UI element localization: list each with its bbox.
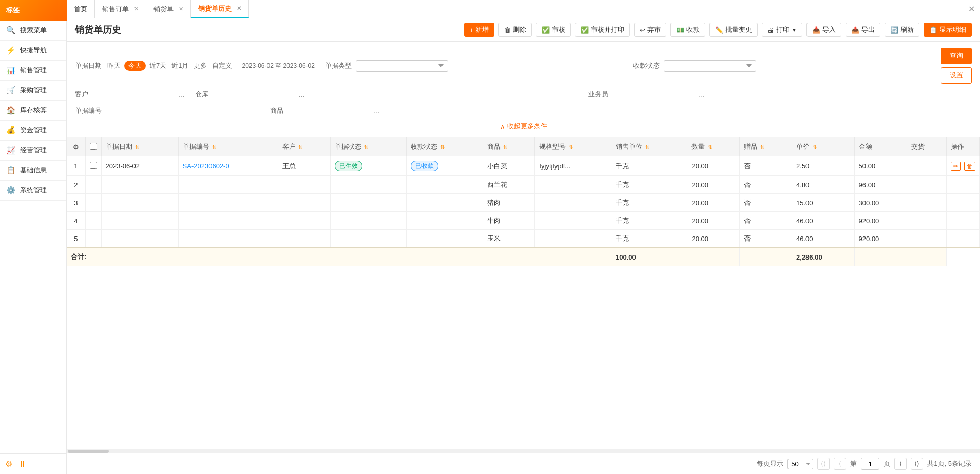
shortcut-7days[interactable]: 近7天 xyxy=(148,61,168,71)
new-button[interactable]: + 新增 xyxy=(464,23,495,37)
export-icon: 📤 xyxy=(851,26,859,34)
th-checkbox[interactable] xyxy=(85,137,101,156)
th-paystatus[interactable]: 收款状态 ⇅ xyxy=(407,137,483,156)
warehouse-input[interactable] xyxy=(213,89,295,100)
action-btn-1[interactable]: 🗑 xyxy=(964,162,975,171)
salesperson-ellipsis[interactable]: ... xyxy=(699,90,705,98)
tab-sales-history[interactable]: 销货单历史 ✕ xyxy=(191,0,249,18)
first-page-button[interactable]: ⟨⟨ xyxy=(817,458,830,470)
cell-docno-3 xyxy=(178,212,278,230)
cell-docno-0[interactable]: SA-20230602-0 xyxy=(178,156,278,176)
cell-seq-4: 5 xyxy=(67,230,85,248)
table-container[interactable]: ⚙ 单据日期 ⇅ 单据编号 ⇅ 客户 ⇅ xyxy=(67,137,980,449)
product-ellipsis[interactable]: ... xyxy=(374,107,380,115)
shortcut-month[interactable]: 近1月 xyxy=(170,61,190,71)
select-all-checkbox[interactable] xyxy=(90,143,97,150)
th-gift-label: 赠品 xyxy=(744,143,757,150)
tab-sales-order[interactable]: 销售订单 ✕ xyxy=(95,0,146,18)
sidebar-item-search[interactable]: 🔍 搜索菜单 xyxy=(0,21,66,41)
tab-sales-delivery[interactable]: 销货单 ✕ xyxy=(146,0,191,18)
th-settings[interactable]: ⚙ xyxy=(67,137,85,156)
salesperson-input[interactable] xyxy=(612,89,695,100)
refresh-button[interactable]: 🔄 刷新 xyxy=(885,23,919,37)
settings-gear[interactable]: ⚙ xyxy=(73,143,79,151)
cell-checkbox-0[interactable] xyxy=(85,156,101,176)
doc-type-select[interactable] xyxy=(356,60,448,72)
tab-home[interactable]: 首页 xyxy=(67,0,95,18)
th-paystatus-label: 收款状态 xyxy=(411,143,437,150)
table-body: 1 2023-06-02 SA-20230602-0 王总 已生效 已收款 小白… xyxy=(67,156,980,248)
query-button[interactable]: 查询 xyxy=(941,48,972,64)
collect-button[interactable]: 💵 收款 xyxy=(670,23,705,37)
sidebar-item-basic-info[interactable]: 📋 基础信息 xyxy=(0,161,66,181)
batch-change-button[interactable]: ✏️ 批量变更 xyxy=(709,23,758,37)
per-page-select[interactable]: 50 100 200 xyxy=(787,459,813,469)
cell-checkbox-2[interactable] xyxy=(85,194,101,212)
th-gift[interactable]: 赠品 ⇅ xyxy=(740,137,792,156)
horizontal-scrollbar[interactable] xyxy=(67,449,980,453)
prev-page-button[interactable]: ⟨ xyxy=(834,458,846,470)
cell-unit-2: 千克 xyxy=(611,194,687,212)
th-qty[interactable]: 数量 ⇅ xyxy=(687,137,740,156)
collapse-button[interactable]: ∧ 收起更多条件 xyxy=(75,122,972,131)
sort-gift-icon: ⇅ xyxy=(760,144,764,150)
tab-close-sales-history[interactable]: ✕ xyxy=(237,5,241,12)
settings-bottom-icon[interactable]: ⚙ xyxy=(5,459,12,469)
th-product[interactable]: 商品 ⇅ xyxy=(483,137,535,156)
cell-qty-1: 20.00 xyxy=(687,176,740,194)
doc-no-input[interactable] xyxy=(106,105,260,116)
sidebar-item-operation[interactable]: 📈 经营管理 xyxy=(0,141,66,161)
sidebar-item-finance[interactable]: 💰 资金管理 xyxy=(0,121,66,141)
sidebar-item-purchase[interactable]: 🛒 采购管理 xyxy=(0,81,66,101)
tab-close-sales-delivery[interactable]: ✕ xyxy=(179,6,183,12)
sidebar-item-sys[interactable]: ⚙️ 系统管理 xyxy=(0,181,66,201)
shortcut-yesterday[interactable]: 昨天 xyxy=(106,61,122,71)
print-button[interactable]: 🖨 打印 ▼ xyxy=(762,23,802,37)
next-page-button[interactable]: ⟩ xyxy=(894,458,907,470)
shortcut-custom[interactable]: 自定义 xyxy=(210,61,234,71)
scroll-thumb[interactable] xyxy=(68,450,109,453)
abandon-button[interactable]: ↩ 弃审 xyxy=(634,23,666,37)
th-date[interactable]: 单据日期 ⇅ xyxy=(101,137,178,156)
th-trade-label: 交货 xyxy=(911,143,925,150)
import-button[interactable]: 📥 导入 xyxy=(806,23,841,37)
cell-checkbox-4[interactable] xyxy=(85,230,101,248)
cell-docno-1 xyxy=(178,176,278,194)
th-unit[interactable]: 销售单位 ⇅ xyxy=(611,137,687,156)
payment-status-select[interactable] xyxy=(664,60,756,72)
product-input[interactable] xyxy=(287,105,370,116)
cell-checkbox-3[interactable] xyxy=(85,212,101,230)
audit-print-button[interactable]: ✅ 审核并打印 xyxy=(575,23,630,37)
th-docstatus[interactable]: 单据状态 ⇅ xyxy=(330,137,407,156)
sidebar-item-quick-nav[interactable]: ⚡ 快捷导航 xyxy=(0,41,66,61)
export-button[interactable]: 📤 导出 xyxy=(846,23,880,37)
th-spec[interactable]: 规格型号 ⇅ xyxy=(535,137,611,156)
last-page-button[interactable]: ⟩⟩ xyxy=(911,458,923,470)
show-detail-button[interactable]: 📋 显示明细 xyxy=(924,23,972,37)
tab-close-sales-order[interactable]: ✕ xyxy=(134,6,139,12)
sidebar-item-sales[interactable]: 📊 销售管理 xyxy=(0,61,66,81)
audit-button[interactable]: ✅ 审核 xyxy=(536,23,571,37)
shortcut-today[interactable]: 今天 xyxy=(124,61,146,71)
action-btn-0[interactable]: ✏ xyxy=(951,162,961,171)
th-price[interactable]: 单价 ⇅ xyxy=(792,137,855,156)
pause-icon[interactable]: ⏸ xyxy=(18,460,27,469)
setting-button[interactable]: 设置 xyxy=(941,67,972,84)
row-checkbox[interactable] xyxy=(90,162,97,169)
cell-checkbox-1[interactable] xyxy=(85,176,101,194)
cell-date-0: 2023-06-02 xyxy=(101,156,178,176)
th-docno[interactable]: 单据编号 ⇅ xyxy=(178,137,278,156)
cell-spec-4 xyxy=(535,230,611,248)
th-customer[interactable]: 客户 ⇅ xyxy=(278,137,330,156)
tab-bar-close[interactable]: ✕ xyxy=(968,4,980,14)
shortcut-more[interactable]: 更多 xyxy=(192,61,208,71)
page-input[interactable] xyxy=(861,458,879,470)
warehouse-ellipsis[interactable]: ... xyxy=(299,90,305,98)
customer-ellipsis[interactable]: ... xyxy=(179,90,185,98)
chart-icon: 📊 xyxy=(6,66,16,75)
customer-input[interactable] xyxy=(92,89,175,100)
page-title: 销货单历史 xyxy=(75,24,121,36)
sidebar-item-inventory[interactable]: 🏠 库存核算 xyxy=(0,101,66,121)
delete-button[interactable]: 🗑 删除 xyxy=(498,23,532,37)
th-ops-label: 操作 xyxy=(951,143,964,150)
